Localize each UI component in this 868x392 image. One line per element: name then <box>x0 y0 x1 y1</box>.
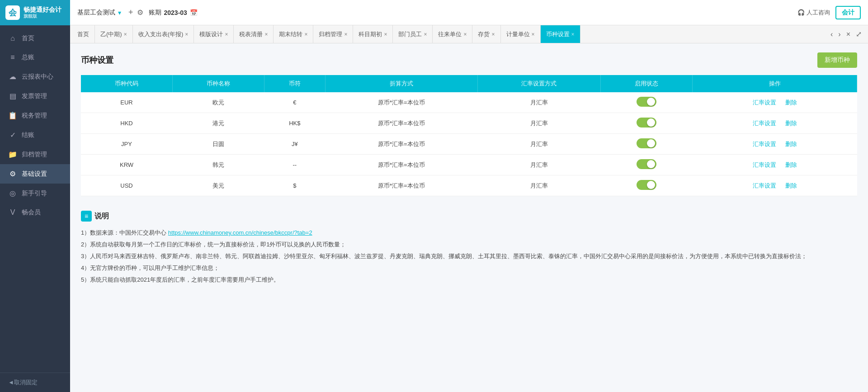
sidebar-item-invoice[interactable]: ▤ 发票管理 <box>0 86 70 106</box>
sidebar-pin-toggle[interactable]: ◄取消固定 <box>0 373 70 392</box>
cell-name: 日圆 <box>172 134 264 155</box>
rate-setting-link-eur[interactable]: 汇率设置 <box>753 99 776 106</box>
sidebar-item-ledger-label: 总账 <box>22 53 34 61</box>
tab-tax-close[interactable]: × <box>264 31 268 38</box>
tab-home[interactable]: 首页 <box>72 25 95 43</box>
tab-subjects-close[interactable]: × <box>384 31 387 38</box>
notes-item: 4）无官方牌价的币种，可以用户手工维护汇率信息； <box>81 262 857 274</box>
tab-contact-close[interactable]: × <box>463 31 467 38</box>
tab-next-icon[interactable]: › <box>836 29 842 39</box>
table-row: JPY 日圆 J¥ 原币*汇率=本位币 月汇率 汇率设置 删除 <box>81 134 857 155</box>
sidebar-item-guide-label: 新手引导 <box>22 189 47 198</box>
sidebar-item-home-label: 首页 <box>22 34 34 43</box>
tab-period[interactable]: 乙(中期) × <box>95 25 133 43</box>
toggle-jpy[interactable] <box>637 138 656 148</box>
tab-period-close[interactable]: × <box>124 31 127 38</box>
cell-name: 欧元 <box>172 92 264 113</box>
tab-expand-icon[interactable]: ⤢ <box>854 29 863 39</box>
cell-calc: 原币*汇率=本位币 <box>325 113 477 134</box>
sidebar-item-ledger[interactable]: ≡ 总账 <box>0 48 70 67</box>
tab-currency-label: 币种设置 <box>546 30 570 38</box>
tab-template-close[interactable]: × <box>225 31 228 38</box>
calendar-icon[interactable]: 📅 <box>190 9 198 16</box>
sidebar-item-home[interactable]: ⌂ 首页 <box>0 29 70 48</box>
delete-link-usd[interactable]: 删除 <box>785 182 797 189</box>
new-currency-button[interactable]: 新增币种 <box>817 52 857 68</box>
tab-archive[interactable]: 归档管理 × <box>313 25 353 43</box>
app-logo: 会 畅捷通好会计 旗舰版 <box>0 0 70 25</box>
invoice-icon: ▤ <box>8 92 17 100</box>
cell-actions: 汇率设置 删除 <box>693 113 857 134</box>
tab-dept[interactable]: 部门员工 × <box>393 25 433 43</box>
accounting-label: 会计 <box>842 9 854 16</box>
toggle-eur[interactable] <box>637 97 656 107</box>
delete-link-eur[interactable]: 删除 <box>785 99 797 106</box>
tab-period-end-close[interactable]: × <box>304 31 307 38</box>
col-code: 币种代码 <box>81 75 172 92</box>
cell-symbol: € <box>264 92 325 113</box>
tab-period-end[interactable]: 期末结转 × <box>274 25 313 43</box>
tab-income[interactable]: 收入支出表(年报) × <box>133 25 194 43</box>
sidebar-item-settle[interactable]: ✓ 结账 <box>0 125 70 145</box>
notes-item: 2）系统自动获取每月第一个工作日的汇率标价，统一为直接标价法，即1外币可以兑换的… <box>81 239 857 250</box>
notes-external-link[interactable]: https://www.chinamoney.com.cn/chinese/bk… <box>168 229 312 236</box>
sidebar-item-settings[interactable]: ⚙ 基础设置 <box>0 164 70 184</box>
toggle-hkd[interactable] <box>637 118 656 128</box>
tab-subjects[interactable]: 科目期初 × <box>353 25 393 43</box>
add-project-button[interactable]: + <box>128 8 133 17</box>
cell-code: HKD <box>81 113 172 134</box>
period-info: 账期 2023-03 📅 <box>149 9 198 17</box>
rate-setting-link-usd[interactable]: 汇率设置 <box>753 182 776 189</box>
rate-setting-link-krw[interactable]: 汇率设置 <box>753 161 776 168</box>
tab-unit-close[interactable]: × <box>532 31 535 38</box>
tabbar: 首页 乙(中期) × 收入支出表(年报) × 模版设计 × 税表清册 × 期末结… <box>70 25 868 43</box>
delete-link-hkd[interactable]: 删除 <box>785 120 797 127</box>
period-label: 账期 <box>149 9 161 17</box>
reports-icon: ☁ <box>8 72 17 81</box>
tab-prev-icon[interactable]: ‹ <box>829 29 835 39</box>
sidebar-item-invoice-label: 发票管理 <box>22 92 47 100</box>
tab-contact-label: 往来单位 <box>438 30 462 38</box>
delete-link-krw[interactable]: 删除 <box>785 161 797 168</box>
delete-link-jpy[interactable]: 删除 <box>785 141 797 147</box>
cell-actions: 汇率设置 删除 <box>693 155 857 175</box>
cell-toggle <box>601 113 693 134</box>
tab-income-close[interactable]: × <box>185 31 188 38</box>
tab-inventory[interactable]: 存货 × <box>472 25 500 43</box>
toggle-krw[interactable] <box>637 159 656 169</box>
cell-code: USD <box>81 175 172 196</box>
currency-table: 币种代码 币种名称 币符 折算方式 汇率设置方式 启用状态 操作 EUR 欧元 … <box>81 75 857 196</box>
tab-currency-close[interactable]: × <box>571 31 575 38</box>
cell-symbol: $ <box>264 175 325 196</box>
toggle-usd[interactable] <box>637 180 656 190</box>
cell-actions: 汇率设置 删除 <box>693 92 857 113</box>
project-selector[interactable]: 基层工会测试 ▾ <box>77 9 121 17</box>
cell-calc: 原币*汇率=本位币 <box>325 155 477 175</box>
tab-currency[interactable]: 币种设置 × <box>541 25 580 43</box>
tab-archive-close[interactable]: × <box>344 31 347 38</box>
sidebar-item-guide[interactable]: ◎ 新手引导 <box>0 184 70 203</box>
sidebar-item-reports[interactable]: ☁ 云报表中心 <box>0 67 70 86</box>
tab-dept-close[interactable]: × <box>424 31 427 38</box>
tab-close-all-icon[interactable]: × <box>844 29 852 39</box>
rate-setting-link-jpy[interactable]: 汇率设置 <box>753 141 776 147</box>
tab-template[interactable]: 模版设计 × <box>194 25 234 43</box>
sidebar-item-tax[interactable]: 📋 税务管理 <box>0 106 70 125</box>
sidebar-item-member[interactable]: V 畅会员 <box>0 203 70 222</box>
rate-setting-link-hkd[interactable]: 汇率设置 <box>753 120 776 127</box>
tab-period-end-label: 期末结转 <box>279 30 302 38</box>
page-title: 币种设置 <box>81 55 113 66</box>
col-symbol: 币符 <box>264 75 325 92</box>
tab-unit[interactable]: 计量单位 × <box>501 25 541 43</box>
consult-button[interactable]: 🎧 人工咨询 <box>797 9 830 17</box>
tab-contact[interactable]: 往来单位 × <box>433 25 472 43</box>
settings-button[interactable]: ⚙ <box>137 8 143 17</box>
cell-symbol: J¥ <box>264 134 325 155</box>
tab-tax[interactable]: 税表清册 × <box>234 25 274 43</box>
accounting-button[interactable]: 会计 <box>835 6 861 19</box>
project-dropdown-icon[interactable]: ▾ <box>118 9 121 16</box>
tab-inventory-close[interactable]: × <box>491 31 495 38</box>
sidebar-item-reports-label: 云报表中心 <box>22 73 53 81</box>
cell-calc: 原币*汇率=本位币 <box>325 92 477 113</box>
sidebar-item-archive[interactable]: 📁 归档管理 <box>0 145 70 164</box>
